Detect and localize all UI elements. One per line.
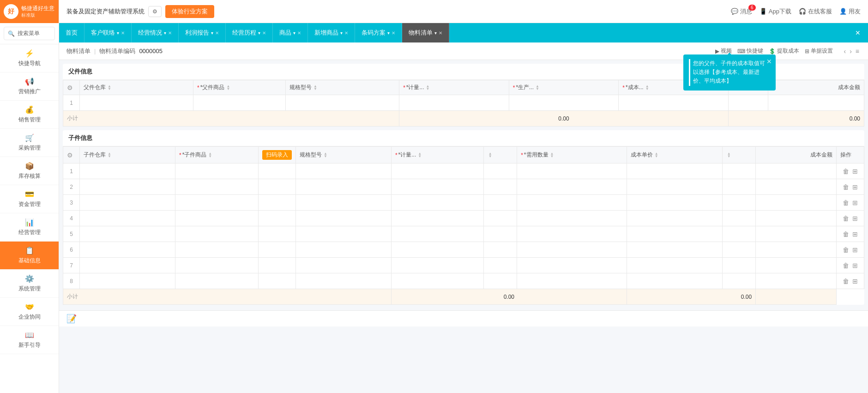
shortcut-action[interactable]: ⌨ 快捷键: [737, 47, 763, 55]
child-unit-cell[interactable]: [391, 258, 483, 273]
close-tab-icon[interactable]: ✕: [344, 30, 348, 36]
child-cost-amount-cell[interactable]: [756, 195, 837, 211]
prev-arrow[interactable]: ‹: [842, 47, 847, 56]
tooltip-close-btn[interactable]: ✕: [766, 56, 772, 67]
child-extra-cell[interactable]: [483, 226, 517, 242]
sidebar-item-operations[interactable]: 📊 经营管理: [0, 213, 59, 242]
tab-operations[interactable]: 经营情况 ▾ ✕: [132, 23, 179, 42]
tab-new-goods[interactable]: 新增商品 ▾ ✕: [308, 23, 355, 42]
child-req-qty-cell[interactable]: [517, 195, 627, 211]
child-unit-cell[interactable]: [391, 195, 483, 211]
child-extra-cell[interactable]: [483, 211, 517, 226]
child-cost-amount-cell[interactable]: [756, 163, 837, 179]
child-extra-cell[interactable]: [483, 258, 517, 273]
grid-view-icon[interactable]: ≡: [854, 47, 861, 56]
child-cost-amount-cell[interactable]: [756, 211, 837, 226]
close-tab-icon[interactable]: ✕: [297, 30, 301, 36]
scan-button[interactable]: 扫码录入: [262, 150, 292, 160]
delete-row-button[interactable]: 🗑: [842, 245, 850, 254]
child-req-qty-cell[interactable]: [517, 258, 627, 273]
child-req-qty-cell[interactable]: [517, 226, 627, 242]
cost-action[interactable]: 💲 提取成本: [769, 47, 799, 55]
next-arrow[interactable]: ›: [848, 47, 853, 56]
child-unit-cost-cell[interactable]: [627, 258, 722, 273]
child-settings-col-icon[interactable]: ⚙: [67, 151, 73, 159]
copy-row-button[interactable]: ⊞: [851, 277, 859, 286]
search-menu-button[interactable]: 🔍 搜索菜单: [4, 27, 55, 40]
child-scan-cell[interactable]: [258, 226, 295, 242]
child-unit-cost-cell[interactable]: [627, 163, 722, 179]
sidebar-item-quick-nav[interactable]: ⚡ 快捷导航: [0, 44, 59, 73]
sidebar-item-basic-info[interactable]: 📋 基础信息: [0, 242, 59, 270]
child-spec-cell[interactable]: [295, 258, 391, 273]
sidebar-item-collab[interactable]: 🤝 企业协同: [0, 298, 59, 326]
parent-extra-cell[interactable]: [728, 95, 768, 111]
child-spec-cell[interactable]: [295, 273, 391, 289]
tab-customer[interactable]: 客户联络 ▾ ✕: [84, 23, 132, 42]
child-warehouse-cell[interactable]: [80, 179, 175, 195]
child-extra2-cell[interactable]: [722, 163, 755, 179]
child-extra-cell[interactable]: [483, 273, 517, 289]
child-scan-cell[interactable]: [258, 211, 295, 226]
child-cost-amount-cell[interactable]: [756, 179, 837, 195]
child-product-cell[interactable]: [175, 195, 258, 211]
delete-row-button[interactable]: 🗑: [842, 214, 850, 223]
user-action[interactable]: 👤 用友: [839, 7, 861, 16]
delete-row-button[interactable]: 🗑: [842, 167, 850, 176]
child-req-qty-cell[interactable]: [517, 242, 627, 258]
child-unit-cost-cell[interactable]: [627, 211, 722, 226]
copy-row-button[interactable]: ⊞: [851, 230, 859, 239]
child-spec-cell[interactable]: [295, 211, 391, 226]
child-req-qty-cell[interactable]: [517, 163, 627, 179]
delete-row-button[interactable]: 🗑: [842, 230, 850, 239]
child-unit-cell[interactable]: [391, 226, 483, 242]
sidebar-item-marketing[interactable]: 📢 营销推广: [0, 73, 59, 101]
child-unit-cell[interactable]: [391, 242, 483, 258]
trial-button[interactable]: 体验行业方案: [165, 5, 214, 18]
child-product-cell[interactable]: [175, 211, 258, 226]
delete-row-button[interactable]: 🗑: [842, 277, 850, 286]
child-scan-cell[interactable]: [258, 273, 295, 289]
parent-cost-amount-cell[interactable]: [768, 95, 864, 111]
delete-row-button[interactable]: 🗑: [842, 182, 850, 192]
child-cost-amount-cell[interactable]: [756, 273, 837, 289]
child-spec-cell[interactable]: [295, 226, 391, 242]
copy-row-button[interactable]: ⊞: [851, 214, 859, 223]
child-spec-cell[interactable]: [295, 179, 391, 195]
child-cost-amount-cell[interactable]: [756, 258, 837, 273]
child-req-qty-cell[interactable]: [517, 273, 627, 289]
tab-goods[interactable]: 商品 ▾ ✕: [273, 23, 308, 42]
sidebar-item-purchase[interactable]: 🛒 采购管理: [0, 129, 59, 157]
parent-warehouse-cell[interactable]: [80, 95, 193, 111]
child-extra2-cell[interactable]: [722, 273, 755, 289]
tab-barcode[interactable]: 条码方案 ▾ ✕: [355, 23, 402, 42]
close-tab-icon[interactable]: ✕: [168, 30, 172, 36]
child-unit-cost-cell[interactable]: [627, 226, 722, 242]
child-product-cell[interactable]: [175, 258, 258, 273]
close-tab-icon[interactable]: ✕: [121, 30, 125, 36]
child-req-qty-cell[interactable]: [517, 211, 627, 226]
close-all-tabs-btn[interactable]: ✕: [851, 29, 864, 36]
online-service-action[interactable]: 🎧 在线客服: [799, 7, 832, 16]
child-extra2-cell[interactable]: [722, 211, 755, 226]
child-warehouse-cell[interactable]: [80, 258, 175, 273]
copy-row-button[interactable]: ⊞: [851, 245, 859, 254]
child-product-cell[interactable]: [175, 242, 258, 258]
child-unit-cell[interactable]: [391, 179, 483, 195]
close-tab-icon[interactable]: ✕: [392, 30, 395, 36]
child-spec-cell[interactable]: [295, 195, 391, 211]
close-tab-icon[interactable]: ✕: [262, 30, 266, 36]
sidebar-item-system[interactable]: ⚙️ 系统管理: [0, 270, 59, 298]
child-extra-cell[interactable]: [483, 179, 517, 195]
breadcrumb-home[interactable]: 物料清单: [66, 47, 90, 55]
copy-row-button[interactable]: ⊞: [851, 198, 859, 207]
child-scan-cell[interactable]: [258, 163, 295, 179]
child-extra2-cell[interactable]: [722, 258, 755, 273]
parent-spec-cell[interactable]: [286, 95, 399, 111]
child-extra2-cell[interactable]: [722, 242, 755, 258]
child-product-cell[interactable]: [175, 226, 258, 242]
sidebar-item-sales[interactable]: 💰 销售管理: [0, 101, 59, 129]
child-warehouse-cell[interactable]: [80, 163, 175, 179]
parent-unit-cell[interactable]: [399, 95, 509, 111]
child-extra-cell[interactable]: [483, 195, 517, 211]
